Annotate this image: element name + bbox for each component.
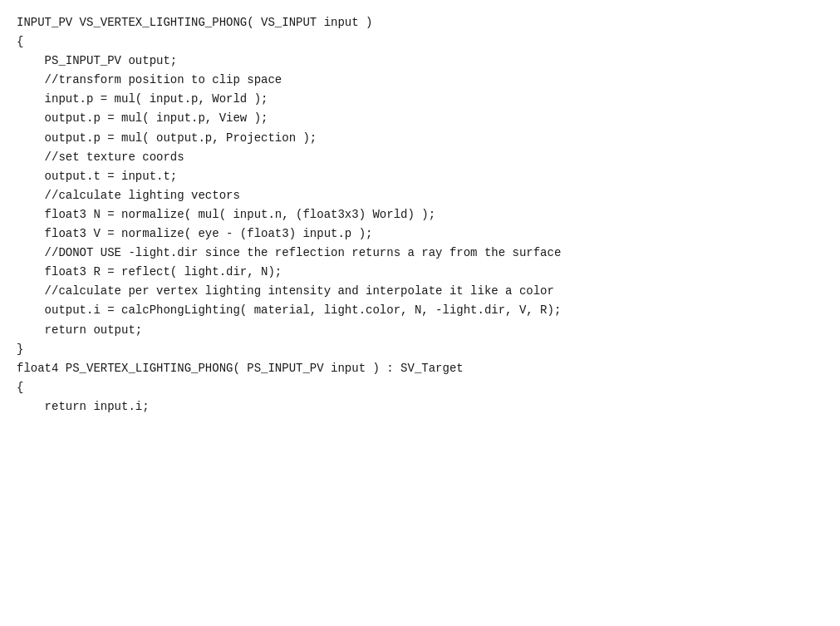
code-line: //transform position to clip space	[17, 71, 823, 90]
code-line: {	[17, 378, 823, 397]
code-line: output.i = calcPhongLighting( material, …	[17, 301, 823, 320]
code-line: input.p = mul( input.p, World );	[17, 90, 823, 109]
code-line: float3 R = reflect( light.dir, N);	[17, 263, 823, 282]
code-line: return input.i;	[17, 397, 823, 417]
code-line: float3 N = normalize( mul( input.n, (flo…	[17, 205, 823, 224]
code-line: {	[17, 32, 823, 52]
code-line: return output;	[17, 321, 823, 340]
code-line: }	[17, 340, 823, 359]
code-line: INPUT_PV VS_VERTEX_LIGHTING_PHONG( VS_IN…	[17, 13, 823, 32]
code-line: PS_INPUT_PV output;	[17, 52, 823, 71]
code-line: float3 V = normalize( eye - (float3) inp…	[17, 224, 823, 244]
code-line: //set texture coords	[17, 148, 823, 167]
code-line: //calculate per vertex lighting intensit…	[17, 282, 823, 301]
code-display: INPUT_PV VS_VERTEX_LIGHTING_PHONG( VS_IN…	[17, 13, 823, 417]
code-line: output.p = mul( input.p, View );	[17, 109, 823, 128]
code-line: //DONOT USE -light.dir since the reflect…	[17, 244, 823, 263]
code-line: output.p = mul( output.p, Projection );	[17, 129, 823, 148]
code-line: float4 PS_VERTEX_LIGHTING_PHONG( PS_INPU…	[17, 359, 823, 378]
code-line: output.t = input.t;	[17, 167, 823, 186]
code-line: //calculate lighting vectors	[17, 186, 823, 205]
